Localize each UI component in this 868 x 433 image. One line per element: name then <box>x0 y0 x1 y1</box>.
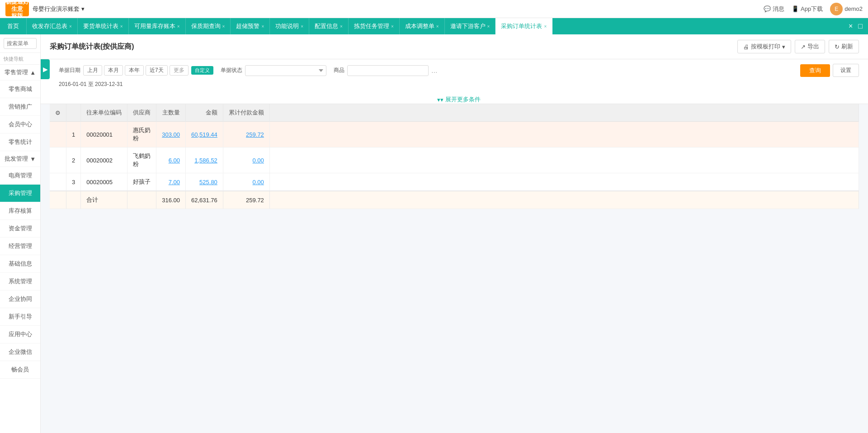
row-amount-cell[interactable]: 1,586.52 <box>186 148 223 173</box>
filter-goods-item: 商品 … <box>334 65 438 76</box>
footer-extra-cell <box>269 191 859 209</box>
row-amount-cell[interactable]: 60,519.44 <box>186 122 223 148</box>
tab-pick-task[interactable]: 拣货任务管理 × <box>349 18 400 34</box>
tab-inventory-ledger[interactable]: 可用量库存账本 × <box>129 18 186 34</box>
date-btn-this-month[interactable]: 本月 <box>104 65 123 76</box>
date-btn-7days[interactable]: 近7天 <box>146 65 168 76</box>
filter-status-select[interactable] <box>245 65 326 76</box>
app-download-label: App下载 <box>801 5 823 13</box>
row-paid-cell[interactable]: 259.72 <box>223 122 269 148</box>
tab-overstock-alert[interactable]: 超储预警 × <box>231 18 270 34</box>
sidebar-item-wholesale-mgmt[interactable]: 批发管理 ▼ <box>0 151 40 167</box>
tab-overstock-alert-close[interactable]: × <box>261 24 264 29</box>
date-btn-more[interactable]: 更多 <box>170 65 189 76</box>
sidebar-item-ecommerce-mgmt[interactable]: 电商管理 <box>0 167 40 185</box>
tab-function-desc-close[interactable]: × <box>301 24 303 29</box>
footer-label-cell: 合计 <box>81 191 127 209</box>
settings-button[interactable]: 设置 <box>833 64 859 77</box>
refresh-button[interactable]: ↻ 刷新 <box>829 40 859 53</box>
tab-home[interactable]: 首页 <box>0 18 27 34</box>
row-amount-cell[interactable]: 525.80 <box>186 173 223 191</box>
chevron-down-icon: ▾ <box>81 5 85 12</box>
tab-inventory-ledger-close[interactable]: × <box>177 24 180 29</box>
workspace-selector[interactable]: 母婴行业演示账套 ▾ <box>33 5 85 13</box>
sidebar-item-purchase-mgmt[interactable]: 采购管理 <box>0 185 40 202</box>
sidebar-item-operations-mgmt[interactable]: 经营管理 <box>0 238 40 255</box>
row-paid-cell[interactable]: 0.00 <box>223 148 269 173</box>
sidebar-item-retail-shop[interactable]: 零售商城 <box>0 81 40 98</box>
sidebar-item-member-label: 畅会员 <box>11 366 29 374</box>
sidebar-item-member-center[interactable]: 会员中心 <box>0 116 40 133</box>
sidebar-item-enterprise-wechat[interactable]: 企业微信 <box>0 343 40 361</box>
more-options-icon[interactable]: … <box>431 67 438 74</box>
sidebar-item-member[interactable]: 畅会员 <box>0 361 40 379</box>
export-button[interactable]: ↗ 导出 <box>795 40 825 53</box>
row-paid-cell[interactable]: 0.00 <box>223 173 269 191</box>
filter-status-item: 单据状态 <box>221 65 326 76</box>
sidebar-item-retail-mgmt-label: 零售管理 <box>5 68 28 76</box>
date-btn-this-year[interactable]: 本年 <box>125 65 144 76</box>
tab-purchase-summary-close[interactable]: × <box>544 24 547 29</box>
tab-invite-downstream-close[interactable]: × <box>487 24 490 29</box>
sidebar: 快捷导航 零售管理 ▲ 零售商城 营销推广 会员中心 零售统计 批发管理 ▼ 电… <box>0 34 41 433</box>
filter-goods-input[interactable] <box>347 65 429 76</box>
row-qty-cell[interactable]: 7.00 <box>156 173 186 191</box>
search-button[interactable]: 查询 <box>800 64 830 77</box>
row-code-cell: 00020001 <box>81 122 127 148</box>
tab-warranty-query[interactable]: 保质期查询 × <box>186 18 231 34</box>
tab-config-info[interactable]: 配置信息 × <box>309 18 349 34</box>
close-all-btn[interactable]: × <box>847 20 854 32</box>
sidebar-item-app-center[interactable]: 应用中心 <box>0 326 40 343</box>
tab-config-info-close[interactable]: × <box>340 24 343 29</box>
tab-order-summary-label: 要货单统计表 <box>83 22 118 30</box>
sidebar-item-new-guide-label: 新手引导 <box>9 313 32 321</box>
message-btn[interactable]: 💬 消息 <box>764 5 784 13</box>
row-extra-cell <box>269 173 859 191</box>
expand-more-btn[interactable]: ▾▾ 展开更多条件 <box>437 95 481 104</box>
sidebar-item-system-mgmt[interactable]: 系统管理 <box>0 273 40 290</box>
row-qty-cell[interactable]: 6.00 <box>156 148 186 173</box>
tab-receive-send[interactable]: 收发存汇总表 × <box>27 18 78 34</box>
user-avatar-area[interactable]: E demo2 <box>830 3 863 15</box>
tab-receive-send-close[interactable]: × <box>69 24 72 29</box>
quick-nav-label: 快捷导航 <box>0 53 40 65</box>
app-download-btn[interactable]: 📱 App下载 <box>792 5 823 13</box>
refresh-icon: ↻ <box>835 43 840 50</box>
sidebar-item-enterprise-wechat-label: 企业微信 <box>9 348 32 356</box>
sidebar-item-finance-mgmt[interactable]: 资金管理 <box>0 220 40 238</box>
sidebar-item-basic-info[interactable]: 基础信息 <box>0 255 40 273</box>
filter-date-range-row: 2016-01-01 至 2023-12-31 <box>59 81 859 93</box>
tab-invite-downstream[interactable]: 邀请下游客户 × <box>445 18 496 34</box>
row-qty-cell[interactable]: 303.00 <box>156 122 186 148</box>
date-btn-last-month[interactable]: 上月 <box>83 65 102 76</box>
sidebar-item-enterprise-collab[interactable]: 企业协同 <box>0 290 40 308</box>
tab-pick-task-label: 拣货任务管理 <box>354 22 389 30</box>
tab-order-summary[interactable]: 要货单统计表 × <box>78 18 129 34</box>
sidebar-item-marketing[interactable]: 营销推广 <box>0 98 40 116</box>
tab-cost-adjust-close[interactable]: × <box>436 24 439 29</box>
tab-cost-adjust[interactable]: 成本调整单 × <box>400 18 445 34</box>
filter-toggle-arrow[interactable]: ▶ <box>41 59 50 79</box>
filter-date-item: 单据日期 上月 本月 本年 近7天 更多 自定义 <box>59 65 213 76</box>
sidebar-item-retail-stats[interactable]: 零售统计 <box>0 133 40 151</box>
sidebar-item-retail-mgmt[interactable]: 零售管理 ▲ <box>0 65 40 81</box>
tab-function-desc[interactable]: 功能说明 × <box>270 18 309 34</box>
chevron-icon: ▲ <box>30 69 36 76</box>
maximize-btn[interactable]: □ <box>856 20 864 32</box>
print-button[interactable]: 🖨 按模板打印 ▾ <box>737 40 791 53</box>
row-extra-cell <box>269 148 859 173</box>
tab-inventory-ledger-label: 可用量库存账本 <box>134 22 175 30</box>
tab-warranty-query-close[interactable]: × <box>222 24 225 29</box>
tab-pick-task-close[interactable]: × <box>391 24 394 29</box>
search-input[interactable] <box>4 38 37 49</box>
col-settings-header[interactable]: ⚙ <box>50 104 66 122</box>
tab-purchase-summary[interactable]: 采购订单统计表 × <box>495 18 552 34</box>
table-row: 1 00020001 惠氏奶粉 303.00 60,519.44 259.72 <box>50 122 859 148</box>
sidebar-item-inventory-check[interactable]: 库存核算 <box>0 202 40 220</box>
sidebar-item-ecommerce-mgmt-label: 电商管理 <box>9 171 32 180</box>
sidebar-item-new-guide[interactable]: 新手引导 <box>0 308 40 326</box>
tab-overstock-alert-label: 超储预警 <box>236 22 259 30</box>
gear-icon[interactable]: ⚙ <box>55 109 61 116</box>
tab-order-summary-close[interactable]: × <box>120 24 123 29</box>
workspace-label: 母婴行业演示账套 <box>33 5 80 13</box>
